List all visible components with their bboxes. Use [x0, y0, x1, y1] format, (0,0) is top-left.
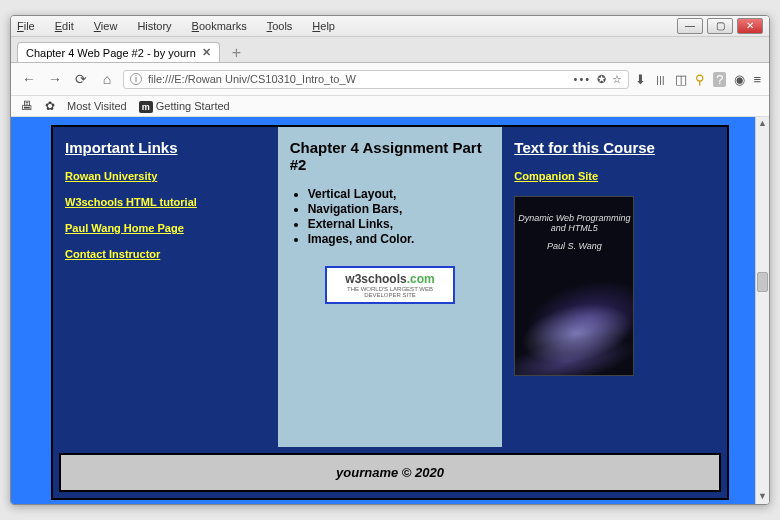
book-title: Dynamic Web Programming and HTML5: [515, 213, 633, 233]
link-contact[interactable]: Contact Instructor: [65, 248, 266, 260]
maximize-button[interactable]: ▢: [707, 18, 733, 34]
book-cover-image: Dynamic Web Programming and HTML5 Paul S…: [514, 196, 634, 376]
list-item: Images, and Color.: [308, 232, 491, 246]
mozilla-badge-icon: m: [139, 101, 153, 113]
home-button[interactable]: ⌂: [97, 69, 117, 89]
tab-close-icon[interactable]: ✕: [202, 46, 211, 59]
menu-file[interactable]: File: [17, 20, 45, 32]
page-actions-icon[interactable]: •••: [574, 73, 592, 85]
menu-help[interactable]: Help: [312, 20, 345, 32]
list-item: Navigation Bars,: [308, 202, 491, 216]
app-menu-icon[interactable]: ≡: [753, 72, 761, 87]
help-icon[interactable]: ?: [713, 72, 726, 87]
left-heading: Important Links: [65, 139, 266, 156]
menu-edit[interactable]: Edit: [55, 20, 84, 32]
left-links: Rowan University W3schools HTML tutorial…: [65, 170, 266, 260]
menu-view[interactable]: View: [94, 20, 128, 32]
scroll-down-icon[interactable]: ▼: [757, 491, 768, 503]
close-button[interactable]: ✕: [737, 18, 763, 34]
w3schools-logo[interactable]: w3schools.com THE WORLD'S LARGEST WEB DE…: [325, 266, 455, 304]
url-bar[interactable]: i file:///E:/Rowan Univ/CS10310_Intro_to…: [123, 70, 629, 89]
extension-icon[interactable]: ◉: [734, 72, 745, 87]
url-text: file:///E:/Rowan Univ/CS10310_Intro_to_W: [148, 73, 356, 85]
menu-bookmarks[interactable]: Bookmarks: [192, 20, 257, 32]
link-rowan[interactable]: Rowan University: [65, 170, 266, 182]
print-icon[interactable]: 🖶: [21, 99, 33, 113]
downloads-icon[interactable]: ⬇: [635, 72, 646, 87]
book-art-icon: [514, 242, 634, 376]
toolbar-right: ⬇ ⫼ ◫ ⚲ ? ◉ ≡: [635, 72, 761, 87]
new-tab-button[interactable]: +: [226, 44, 247, 62]
tab-bar: Chapter 4 Web Page #2 - by yourn ✕ +: [11, 37, 769, 63]
nav-toolbar: ← → ⟳ ⌂ i file:///E:/Rowan Univ/CS10310_…: [11, 63, 769, 96]
scroll-thumb[interactable]: [757, 272, 768, 292]
list-item: Vertical Layout,: [308, 187, 491, 201]
assignment-list: Vertical Layout, Navigation Bars, Extern…: [308, 187, 491, 246]
menu-history[interactable]: History: [137, 20, 181, 32]
bookmark-most-visited[interactable]: Most Visited: [67, 100, 127, 112]
site-info-icon[interactable]: i: [130, 73, 142, 85]
bookmark-getting-started[interactable]: mGetting Started: [139, 100, 230, 112]
mid-heading: Chapter 4 Assignment Part #2: [290, 139, 491, 173]
link-companion[interactable]: Companion Site: [514, 170, 715, 182]
settings-icon[interactable]: ✿: [45, 99, 55, 113]
tab-active[interactable]: Chapter 4 Web Page #2 - by yourn ✕: [17, 42, 220, 62]
link-w3schools[interactable]: W3schools HTML tutorial: [65, 196, 266, 208]
left-column: Important Links Rowan University W3schoo…: [53, 127, 278, 447]
bookmark-star-icon[interactable]: ☆: [612, 73, 622, 86]
minimize-button[interactable]: —: [677, 18, 703, 34]
menu-bar: File Edit View History Bookmarks Tools H…: [11, 16, 769, 37]
list-item: External Links,: [308, 217, 491, 231]
page-container: Important Links Rowan University W3schoo…: [51, 125, 729, 500]
right-column: Text for this Course Companion Site Dyna…: [502, 127, 727, 447]
back-button[interactable]: ←: [19, 69, 39, 89]
forward-button[interactable]: →: [45, 69, 65, 89]
reader-mode-icon[interactable]: ✪: [597, 73, 606, 86]
page-viewport: Important Links Rowan University W3schoo…: [11, 117, 769, 504]
search-icon[interactable]: ⚲: [695, 72, 705, 87]
browser-window: File Edit View History Bookmarks Tools H…: [10, 15, 770, 505]
tab-title: Chapter 4 Web Page #2 - by yourn: [26, 47, 196, 59]
middle-column: Chapter 4 Assignment Part #2 Vertical La…: [278, 127, 503, 447]
library-icon[interactable]: ⫼: [654, 72, 667, 87]
vertical-scrollbar[interactable]: ▲ ▼: [755, 117, 769, 504]
page-footer: yourname © 2020: [59, 453, 721, 492]
sidebar-icon[interactable]: ◫: [675, 72, 687, 87]
scroll-up-icon[interactable]: ▲: [757, 118, 768, 130]
bookmarks-bar: 🖶 ✿ Most Visited mGetting Started: [11, 96, 769, 117]
menu-tools[interactable]: Tools: [267, 20, 303, 32]
link-paulwang[interactable]: Paul Wang Home Page: [65, 222, 266, 234]
right-heading: Text for this Course: [514, 139, 715, 156]
window-controls: — ▢ ✕: [677, 18, 763, 34]
reload-button[interactable]: ⟳: [71, 69, 91, 89]
